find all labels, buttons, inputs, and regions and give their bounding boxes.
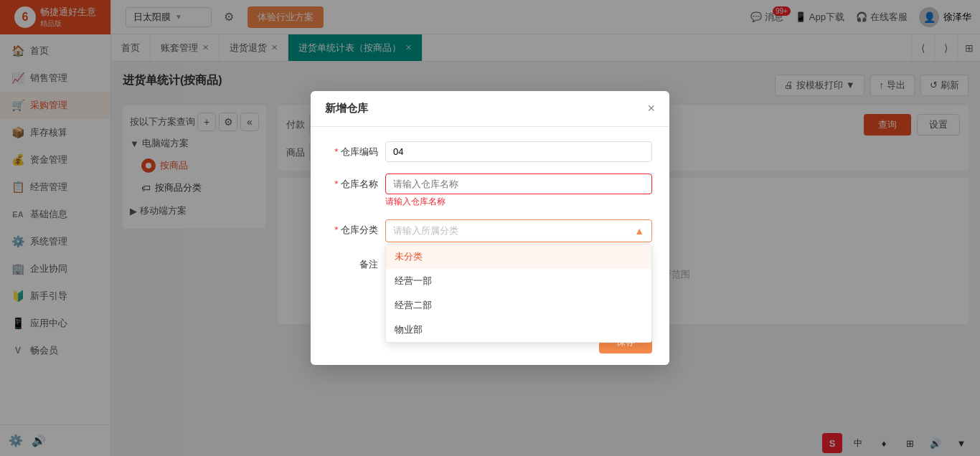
warehouse-code-row: 仓库编码 [328, 141, 652, 162]
code-label: 仓库编码 [328, 141, 378, 158]
modal-header: 新增仓库 × [311, 91, 669, 127]
category-select[interactable]: 请输入所属分类 ▲ [385, 219, 652, 242]
code-field [385, 141, 652, 162]
name-error-msg: 请输入仓库名称 [385, 196, 652, 208]
code-input[interactable] [385, 141, 652, 162]
name-field: 请输入仓库名称 [385, 174, 652, 208]
name-input[interactable] [385, 174, 652, 194]
dropdown-item-unclassified[interactable]: 未分类 [386, 244, 651, 269]
category-dropdown: 未分类 经营一部 经营二部 物业部 [385, 244, 652, 343]
category-field: 请输入所属分类 ▲ 未分类 经营一部 经营二部 物业部 [385, 219, 652, 242]
modal-body: 仓库编码 仓库名称 请输入仓库名称 仓库分类 请输入所属分类 [311, 127, 669, 322]
note-label: 备注 [328, 254, 378, 271]
new-warehouse-modal: 新增仓库 × 仓库编码 仓库名称 请输入仓库名称 仓库分类 [311, 91, 669, 365]
dropdown-item-dept1[interactable]: 经营一部 [386, 269, 651, 293]
name-label: 仓库名称 [328, 174, 378, 191]
modal-title: 新增仓库 [325, 102, 368, 115]
category-placeholder: 请输入所属分类 [393, 224, 458, 237]
modal-overlay: 新增仓库 × 仓库编码 仓库名称 请输入仓库名称 仓库分类 [0, 0, 980, 456]
category-label: 仓库分类 [328, 219, 378, 237]
dropdown-item-dept3[interactable]: 物业部 [386, 318, 651, 342]
dropdown-item-dept2[interactable]: 经营二部 [386, 293, 651, 318]
warehouse-name-row: 仓库名称 请输入仓库名称 [328, 174, 652, 208]
category-arrow-icon: ▲ [634, 225, 644, 237]
modal-close-button[interactable]: × [647, 101, 655, 116]
warehouse-category-row: 仓库分类 请输入所属分类 ▲ 未分类 经营一部 经营二部 物业部 [328, 219, 652, 242]
